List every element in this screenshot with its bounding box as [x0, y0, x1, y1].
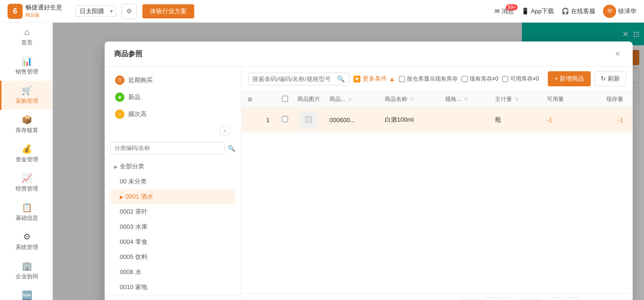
col-avail: 可用量: [542, 92, 584, 108]
sidebar-item-home[interactable]: ⌂ 首页: [0, 23, 52, 51]
unit-sort-icon: ⇅: [515, 97, 519, 102]
table-toolbar: 🔍 🔽 更多条件 ▲ 按仓库显示现有库存: [241, 67, 633, 92]
sidebar-item-operation[interactable]: 📈 经营管理: [0, 168, 52, 198]
nav-right: ✉ 消息 99+ 📱 App下载 🎧 在线客服 华 徐泽华: [495, 5, 636, 18]
tree-label-0005: 0005 饮料: [120, 253, 148, 261]
usable-stock-checkbox[interactable]: [502, 76, 508, 82]
quick-tabs: ⏱ 近期购买 ★ 新品 ☆ 频次高: [105, 72, 241, 122]
available-stock-label: 现有库存≠0: [470, 75, 498, 83]
tree-label-0010: 0010 家电: [120, 283, 148, 292]
filter-arrow: ▲: [389, 75, 395, 83]
sidebar-item-sales[interactable]: 📊 销售管理: [0, 51, 52, 81]
recent-label: 近期购买: [128, 76, 153, 84]
category-search-row: 🔍: [105, 142, 241, 154]
trial-button[interactable]: 体验行业方案: [142, 4, 194, 18]
product-search-input[interactable]: [248, 73, 333, 85]
page-number-input[interactable]: [522, 299, 541, 300]
navbar: 6 畅捷通好生意 精品版 日太阳膜 ⚙ 体验行业方案 ✉ 消息 99+ 📱 Ap…: [0, 0, 644, 23]
sidebar-label-system: 系统管理: [16, 243, 38, 251]
sidebar-item-system[interactable]: ⚙ 系统管理: [0, 227, 52, 256]
new-label: 新品: [128, 93, 140, 101]
tree-label-00: 00 未分类: [120, 177, 147, 186]
product-search-button[interactable]: 🔍: [333, 73, 349, 85]
sidebar-item-guide[interactable]: 🆕 新手引导: [0, 285, 52, 300]
first-page-button[interactable]: «: [483, 298, 495, 300]
warehouse-stock-checkbox-label[interactable]: 按仓库显示现有库存: [399, 75, 458, 83]
more-filter-button[interactable]: 🔽 更多条件 ▲: [353, 75, 395, 83]
gear-button[interactable]: ⚙: [122, 4, 137, 19]
col-code[interactable]: 商品... ⇅: [325, 92, 380, 108]
usable-stock-checkbox-label[interactable]: 可用库存≠0: [502, 75, 539, 83]
tree-item-0005[interactable]: 0005 饮料: [110, 250, 235, 265]
sidebar-label-basic: 基础信息: [16, 214, 38, 222]
tree-item-0004[interactable]: 0004 零食: [110, 234, 235, 250]
main-area: ✕ ⊡ 查询 设置 刷新 商品参照 × ⏱: [53, 23, 644, 300]
sidebar-item-purchase[interactable]: 🛒 采购管理: [0, 81, 52, 110]
new-tab[interactable]: ★ 新品: [110, 89, 235, 105]
tree-item-0002[interactable]: 0002 茶叶: [110, 204, 235, 219]
gear-icon: ⚙: [126, 8, 132, 15]
refresh-button[interactable]: ↻ 刷新: [594, 71, 626, 86]
row-code: 000600...: [325, 108, 380, 133]
app-download-button[interactable]: 📱 App下载: [521, 7, 554, 16]
sidebar-item-finance[interactable]: 💰 资金管理: [0, 139, 52, 168]
store-select[interactable]: 日太阳膜: [75, 5, 116, 17]
pagination: 每页显示 50 « ‹ 第 页 › » 共1页，1条记录: [241, 293, 633, 300]
row-settings: [241, 108, 258, 133]
row-img: 🖼: [293, 108, 325, 133]
col-settings[interactable]: ⚙: [241, 92, 258, 108]
tree-item-0008[interactable]: 0008 水: [110, 265, 235, 280]
tree-item-all[interactable]: ▶ 全部分类: [110, 159, 235, 174]
collapse-left-button[interactable]: «: [220, 126, 230, 135]
freq-icon: ☆: [115, 109, 124, 119]
customer-service-button[interactable]: 🎧 在线客服: [561, 7, 595, 16]
recent-tab[interactable]: ⏱ 近期购买: [110, 72, 235, 88]
category-search-icon[interactable]: 🔍: [228, 145, 235, 152]
warehouse-stock-label: 按仓库显示现有库存: [407, 75, 458, 83]
tree-item-0001[interactable]: ▶ 0001 酒水: [110, 189, 235, 204]
next-page-button[interactable]: ›: [553, 298, 565, 300]
sidebar-item-enterprise[interactable]: 🏢 企业协同: [0, 256, 52, 285]
row-check[interactable]: [277, 108, 293, 133]
product-reference-modal: 商品参照 × ⏱ 近期购买 ★ 新品: [105, 42, 633, 300]
col-name[interactable]: 商品名称 ⇅: [380, 92, 440, 108]
col-unit[interactable]: 主计量 ⇅: [490, 92, 542, 108]
tree-item-00[interactable]: 00 未分类: [110, 174, 235, 189]
recent-icon: ⏱: [115, 75, 124, 85]
finance-icon: 💰: [22, 144, 32, 154]
sidebar-item-basic[interactable]: 📋 基础信息: [0, 198, 52, 227]
select-all-checkbox[interactable]: [282, 96, 288, 102]
message-button[interactable]: ✉ 消息 99+: [495, 7, 514, 16]
message-badge: 99+: [506, 4, 518, 10]
available-stock-checkbox[interactable]: [462, 76, 468, 82]
show-disabled-row[interactable]: 显示停用: [105, 295, 241, 300]
table-row[interactable]: 1 🖼 000600... 白酒100ml: [241, 108, 633, 133]
user-menu[interactable]: 华 徐泽华: [603, 5, 636, 18]
last-page-button[interactable]: »: [568, 298, 580, 300]
stock-icon: 📦: [22, 115, 32, 125]
basic-icon: 📋: [22, 202, 32, 213]
row-checkbox[interactable]: [282, 116, 288, 122]
row-spec: [440, 108, 490, 133]
add-product-button[interactable]: + 新增商品: [548, 71, 591, 86]
available-stock-checkbox-label[interactable]: 现有库存≠0: [462, 75, 498, 83]
app-label: App下载: [531, 7, 554, 16]
sidebar-label-stock: 库存核算: [16, 126, 38, 134]
modal-title: 商品参照: [114, 50, 612, 58]
warehouse-stock-checkbox[interactable]: [399, 76, 405, 82]
sidebar-item-stock[interactable]: 📦 库存核算: [0, 110, 52, 139]
freq-tab[interactable]: ☆ 频次高: [110, 106, 235, 122]
sidebar-label-finance: 资金管理: [16, 156, 38, 164]
tree-item-0003[interactable]: 0003 水果: [110, 219, 235, 234]
category-search-input[interactable]: [110, 142, 225, 154]
tree-item-0010[interactable]: 0010 家电: [110, 280, 235, 295]
tree-label-0003: 0003 水果: [120, 223, 148, 231]
col-stock: 现存量: [584, 92, 633, 108]
home-icon: ⌂: [25, 27, 30, 37]
modal-close-button[interactable]: ×: [612, 48, 623, 59]
store-select-wrap[interactable]: 日太阳膜: [68, 5, 116, 17]
sidebar: ⌂ 首页 📊 销售管理 🛒 采购管理 📦 库存核算 💰 资金管理 📈 经营管理 …: [0, 23, 53, 300]
new-icon: ★: [115, 92, 124, 102]
col-spec[interactable]: 规格... ⇅: [440, 92, 490, 108]
prev-page-button[interactable]: ‹: [498, 298, 510, 300]
